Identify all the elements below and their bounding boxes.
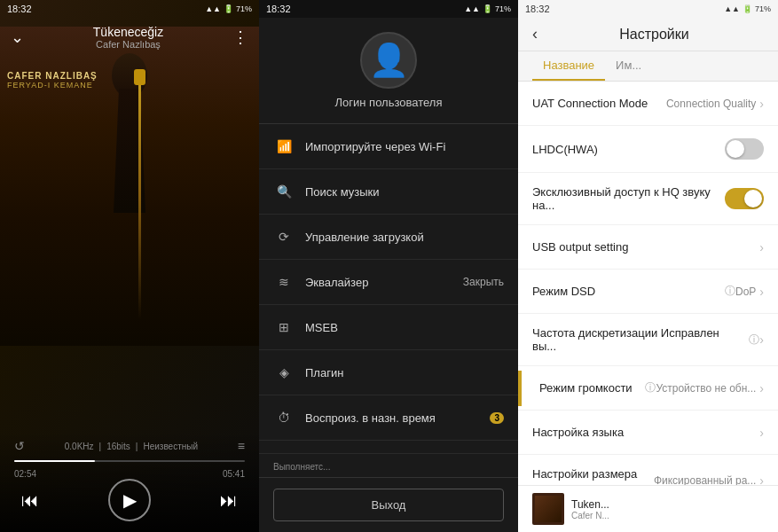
player-controls: ↺ 0.0KHz | 16bits | Неизвестный ≡ 02:54 … (0, 432, 259, 532)
lhdc-toggle[interactable] (725, 138, 764, 160)
menu-item-search[interactable]: 🔍 Поиск музыки (259, 169, 518, 215)
sample-rate-chevron: › (759, 332, 764, 347)
menu-item-plugin[interactable]: ◈ Плагин (259, 350, 518, 395)
settings-battery-icon: 🔋 (743, 4, 752, 13)
menu-item-history[interactable]: ⏱ Воспроиз. в назн. время 3 (259, 395, 518, 441)
player-panel: 18:32 ▲▲ 🔋 71% ⌄ Tükeneceğiz Cafer Nazlı… (0, 0, 259, 532)
back-button[interactable]: ‹ (532, 25, 538, 43)
menu-item-label-download: Управление загрузкой (305, 231, 504, 244)
menu-item-label-equalizer: Эквалайзер (305, 276, 463, 289)
volume-mode-label: Режим громкости (532, 381, 641, 395)
album-label: CAFER NAZLIBAŞ FERYAD-I KEMANE (7, 71, 98, 90)
usb-output-label: USB output setting (532, 240, 759, 254)
settings-signal-icon: ▲▲ (724, 4, 740, 13)
settings-panel: 18:32 ▲▲ 🔋 71% ‹ Настройки Название Им..… (518, 0, 778, 532)
menu-item-settings[interactable]: ⚙ Настройки (259, 441, 518, 453)
track-title: Tükeneceğiz (93, 25, 163, 39)
setting-exclusive-hq[interactable]: Эксклюзивный доступ к HQ звуку на... (518, 173, 778, 225)
menu-item-equalizer[interactable]: ≋ Эквалайзер Закрыть (259, 260, 518, 305)
history-icon: ⏱ (273, 407, 295, 428)
collapse-button[interactable]: ⌄ (11, 27, 24, 47)
album-sub: FERYAD-I KEMANE (7, 81, 98, 90)
menu-item-download[interactable]: ⟳ Управление загрузкой (259, 215, 518, 260)
next-button[interactable]: ⏭ (220, 490, 238, 511)
queue-icon[interactable]: ≡ (238, 439, 245, 453)
setting-usb-output[interactable]: USB output setting › (518, 225, 778, 270)
menu-items-list: 📶 Импортируйте через Wi-Fi 🔍 Поиск музык… (259, 124, 518, 453)
progress-bar-container[interactable] (14, 460, 245, 462)
avatar-icon: 👤 (369, 42, 409, 79)
setting-font-size[interactable]: Настройки размера ш... Фиксированный ра.… (518, 455, 778, 485)
menu-executing-bar: Выполняетс... (259, 453, 518, 477)
menu-item-label-search: Поиск музыки (305, 185, 504, 199)
menu-battery-percent: 71% (495, 4, 511, 13)
exclusive-hq-toggle-knob (744, 190, 762, 207)
more-options-button[interactable]: ⋮ (232, 27, 248, 47)
previous-button[interactable]: ⏮ (21, 490, 39, 511)
menu-item-close-label: Закрыть (463, 276, 504, 288)
freq-spec: 0.0KHz (65, 442, 94, 451)
progress-bar[interactable] (14, 460, 245, 462)
setting-uat-connection[interactable]: UAT Connection Mode Connection Quality › (518, 82, 778, 126)
volume-mode-chevron: › (759, 381, 764, 395)
settings-status-icons: ▲▲ 🔋 71% (724, 4, 771, 13)
source-spec: Неизвестный (143, 442, 198, 451)
tab-name[interactable]: Название (532, 51, 605, 81)
lhdc-label: LHDC(HWA) (532, 143, 725, 156)
exclusive-hq-label: Эксклюзивный доступ к HQ звуку на... (532, 185, 725, 212)
logout-button[interactable]: Выход (273, 489, 504, 521)
settings-status-bar: 18:32 ▲▲ 🔋 71% (518, 0, 778, 18)
plugin-icon: ◈ (273, 362, 295, 383)
figure-body (103, 89, 156, 213)
setting-language[interactable]: Настройка языка › (518, 411, 778, 455)
audio-specs: 0.0KHz | 16bits | Неизвестный (32, 442, 231, 451)
mini-track-info: Tuken... Cafer N... (571, 498, 764, 520)
track-artist: Cafer Nazlıbaş (93, 39, 163, 50)
tab-image[interactable]: Им... (605, 51, 652, 81)
menu-item-wifi[interactable]: 📶 Импортируйте через Wi-Fi (259, 124, 518, 169)
mini-player-bar[interactable]: Tuken... Cafer N... (518, 485, 778, 532)
time-total: 05:41 (223, 469, 245, 479)
mini-artist-name: Cafer N... (571, 511, 764, 520)
playback-controls: ⏮ ▶ ⏭ (14, 479, 245, 521)
setting-lhdc[interactable]: LHDC(HWA) (518, 126, 778, 173)
instrument-head (134, 69, 145, 85)
lhdc-toggle-knob (727, 140, 744, 158)
user-avatar[interactable]: 👤 (360, 32, 417, 89)
time-display: 02:54 05:41 (14, 469, 245, 479)
setting-volume-mode[interactable]: Режим громкости ⓘ Устройство не обн... › (518, 366, 778, 411)
audio-info: ↺ 0.0KHz | 16bits | Неизвестный ≡ (14, 439, 245, 453)
battery-icon: 🔋 (224, 4, 233, 13)
player-header: ⌄ Tükeneceğiz Cafer Nazlıbaş ⋮ (0, 18, 259, 57)
font-size-chevron: › (759, 473, 764, 485)
album-figure (50, 53, 209, 346)
language-chevron: › (759, 426, 764, 440)
setting-dsd-mode[interactable]: Режим DSD ⓘ DoP › (518, 270, 778, 314)
mseb-icon: ⊞ (273, 317, 295, 338)
sample-rate-label: Частота дискретизации Исправлен вы... (532, 326, 745, 353)
uat-connection-label: UAT Connection Mode (532, 97, 666, 110)
menu-item-badge-history: 3 (490, 412, 504, 424)
exclusive-hq-toggle[interactable] (725, 188, 764, 209)
dsd-mode-value: DoP (735, 286, 756, 298)
bits-spec: 16bits (106, 442, 130, 451)
repeat-icon[interactable]: ↺ (14, 439, 25, 453)
separator2: | (136, 442, 138, 451)
settings-list: UAT Connection Mode Connection Quality ›… (518, 82, 778, 485)
yellow-accent-bar (518, 371, 522, 406)
wifi-icon: 📶 (273, 136, 295, 157)
sample-rate-info-icon: ⓘ (749, 332, 759, 348)
menu-status-bar: 18:32 ▲▲ 🔋 71% (259, 0, 518, 18)
menu-item-mseb[interactable]: ⊞ MSEB (259, 305, 518, 350)
executing-label: Выполняетс... (273, 462, 330, 472)
dsd-mode-chevron: › (759, 285, 764, 299)
menu-battery-icon: 🔋 (483, 4, 492, 13)
volume-mode-value: Устройство не обн... (656, 382, 756, 395)
menu-status-time: 18:32 (266, 4, 291, 14)
setting-sample-rate[interactable]: Частота дискретизации Исправлен вы... ⓘ … (518, 314, 778, 366)
menu-signal-icon: ▲▲ (464, 4, 480, 13)
user-login-label[interactable]: Логин пользователя (335, 96, 443, 109)
play-icon: ▶ (123, 489, 137, 511)
play-pause-button[interactable]: ▶ (108, 479, 151, 521)
settings-title: Настройки (545, 27, 764, 43)
